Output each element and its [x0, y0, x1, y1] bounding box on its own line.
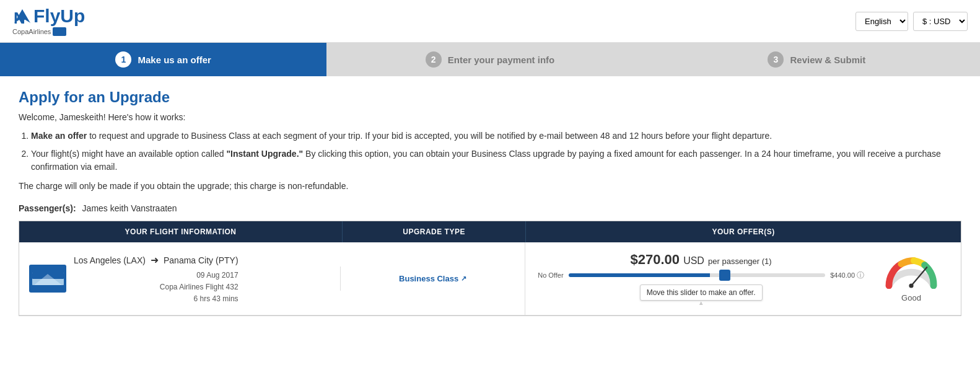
svg-text:N: N — [14, 9, 25, 26]
origin-city: Los Angeles (LAX) — [74, 254, 146, 267]
step-3-number: 3 — [768, 51, 784, 68]
arrow-icon: ➜ — [151, 252, 159, 268]
instructions-list: Make an offer to request and upgrade to … — [19, 130, 961, 174]
gauge-label: Good — [879, 293, 943, 302]
passenger-label: Passenger(s): — [19, 203, 76, 213]
tooltip-arrow: ▲ — [538, 299, 864, 306]
business-class-link[interactable]: Business Class ↗ — [351, 274, 515, 283]
logo-icon: N — [12, 6, 32, 26]
charge-note: The charge will only be made if you obta… — [19, 181, 961, 191]
passenger-name: James keith Vanstraaten — [82, 203, 177, 213]
flight-route: Los Angeles (LAX) ➜ Panama City (PTY) — [74, 252, 238, 268]
passenger-row: Passenger(s): James keith Vanstraaten — [19, 203, 961, 213]
logo-area: N FlyUp CopaAirlines — [12, 6, 85, 36]
slider-min-label: No Offer — [538, 271, 563, 279]
step-1[interactable]: 1 Make us an offer — [0, 43, 326, 76]
step-3[interactable]: 3 Review & Submit — [654, 43, 980, 76]
instruction-item-1: Make an offer to request and upgrade to … — [31, 130, 961, 143]
upgrade-type-label: Business Class — [399, 274, 458, 283]
step-3-label: Review & Submit — [790, 55, 865, 65]
tooltip-area: Move this slider to make an offer. ▲ — [538, 283, 864, 306]
instruction-text-2: Your flight(s) might have an available o… — [31, 149, 941, 172]
step-2-label: Enter your payment info — [448, 55, 555, 65]
destination-city: Panama City (PTY) — [164, 254, 238, 267]
svg-point-9 — [909, 283, 913, 288]
info-icon: ⓘ — [857, 270, 864, 281]
per-passenger: per passenger (1) — [708, 257, 772, 266]
header-flight-info: YOUR FLIGHT INFORMATION — [19, 221, 342, 242]
upgrade-type-cell: Business Class ↗ — [340, 267, 525, 291]
flight-date: 09 Aug 2017 — [74, 270, 238, 281]
offer-cell: $270.00 USD per passenger (1) No Offer $… — [525, 242, 961, 315]
slider-max-label: $440.00 ⓘ — [830, 270, 864, 281]
instruction-text-1: to request and upgrade to Business Class… — [87, 131, 772, 141]
table-header-row: YOUR FLIGHT INFORMATION UPGRADE TYPE YOU… — [19, 221, 961, 242]
flight-meta: 09 Aug 2017 Copa Airlines Flight 432 6 h… — [74, 270, 238, 306]
flight-duration: 6 hrs 43 mins — [74, 293, 238, 305]
flight-info-cell: Los Angeles (LAX) ➜ Panama City (PTY) 09… — [19, 245, 340, 312]
step-1-label: Make us an offer — [138, 55, 211, 65]
flight-row: Los Angeles (LAX) ➜ Panama City (PTY) 09… — [19, 242, 961, 315]
airline-logo — [29, 265, 66, 293]
external-link-icon: ↗ — [461, 275, 466, 283]
instruction-bold-1: Make an offer — [31, 131, 87, 141]
page-title: Apply for an Upgrade — [19, 89, 961, 106]
flyup-logo: N FlyUp — [12, 6, 85, 26]
slider-tooltip: Move this slider to make an offer. — [640, 284, 763, 301]
flight-table: YOUR FLIGHT INFORMATION UPGRADE TYPE YOU… — [19, 221, 961, 316]
copa-logo-img — [31, 267, 65, 291]
offer-slider[interactable] — [569, 273, 826, 277]
flight-details: Los Angeles (LAX) ➜ Panama City (PTY) 09… — [74, 252, 238, 305]
welcome-text: Welcome, Jameskeith! Here's how it works… — [19, 112, 961, 122]
currency-select[interactable]: $ : USD — [913, 12, 968, 31]
offer-content: $270.00 USD per passenger (1) No Offer $… — [538, 252, 864, 306]
page-header: N FlyUp CopaAirlines English $ : USD — [0, 0, 980, 43]
language-select[interactable]: English — [855, 12, 908, 31]
step-2[interactable]: 2 Enter your payment info — [326, 43, 653, 76]
price-value: $270.00 USD — [631, 252, 704, 267]
gauge-chart — [883, 255, 939, 289]
step-2-number: 2 — [426, 51, 442, 68]
header-upgrade-type: UPGRADE TYPE — [342, 221, 525, 242]
gauge-cell: Good — [874, 250, 948, 307]
copa-logo: CopaAirlines — [12, 27, 66, 36]
instruction-item-2: Your flight(s) might have an available o… — [31, 148, 961, 174]
currency-label: USD — [683, 255, 704, 266]
slider-container: No Offer $440.00 ⓘ — [538, 270, 864, 281]
header-your-offers: YOUR OFFER(S) — [525, 221, 961, 242]
step-1-number: 1 — [115, 51, 131, 68]
offer-price: $270.00 USD per passenger (1) — [538, 252, 864, 268]
steps-bar: 1 Make us an offer 2 Enter your payment … — [0, 43, 980, 76]
flight-airline: Copa Airlines Flight 432 — [74, 281, 238, 293]
instant-upgrade-bold: "Instant Upgrade." — [226, 149, 303, 159]
main-content: Apply for an Upgrade Welcome, Jameskeith… — [0, 76, 980, 328]
header-controls: English $ : USD — [855, 12, 968, 31]
